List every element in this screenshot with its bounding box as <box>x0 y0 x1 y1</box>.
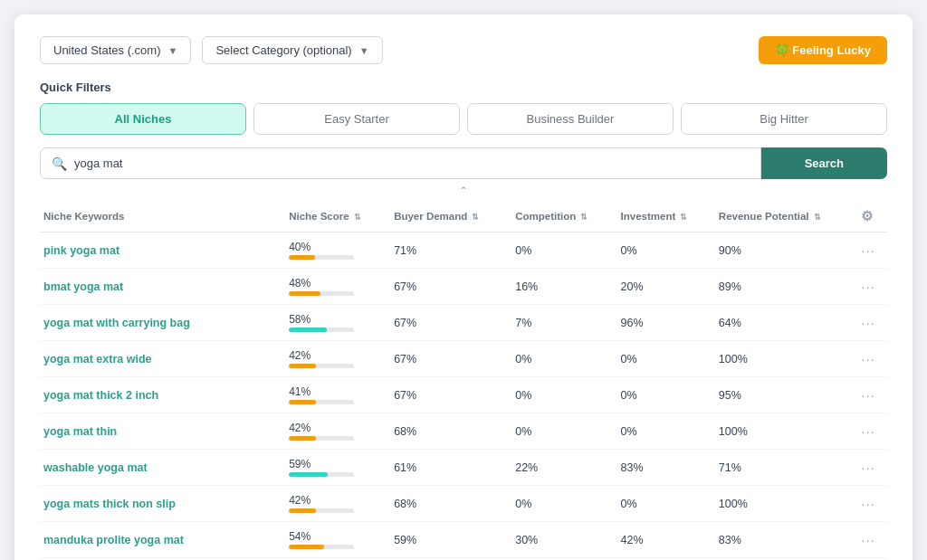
row-actions-button[interactable]: ··· <box>861 387 875 403</box>
gear-icon[interactable]: ⚙ <box>861 208 873 223</box>
niche-score-value: 40% <box>289 241 311 253</box>
feeling-lucky-button[interactable]: 🍀 Feeling Lucky <box>759 36 887 64</box>
keyword-link[interactable]: manduka prolite yoga mat <box>43 534 184 546</box>
investment-cell: 0% <box>616 233 713 269</box>
category-chevron-icon: ▼ <box>359 45 369 56</box>
investment-cell: 0% <box>616 413 713 450</box>
filter-tab-business-builder[interactable]: Business Builder <box>467 103 674 135</box>
revenue-cell: 89% <box>713 269 855 305</box>
col-config: ⚙ <box>855 201 887 233</box>
category-dropdown[interactable]: Select Category (optional) ▼ <box>202 36 382 64</box>
niche-score-cell: 42% <box>283 486 388 522</box>
keyword-link[interactable]: yoga mat extra wide <box>43 353 152 365</box>
niche-score-cell: 42% <box>283 413 388 450</box>
investment-cell: 20% <box>616 269 713 305</box>
niche-score-bar-fill <box>289 364 316 368</box>
row-actions-button[interactable]: ··· <box>861 242 875 258</box>
keyword-link[interactable]: washable yoga mat <box>43 461 148 474</box>
col-competition: Competition ⇅ <box>510 201 615 233</box>
row-actions-button[interactable]: ··· <box>861 351 875 366</box>
revenue-cell: 100% <box>713 486 855 522</box>
niche-score-bar <box>289 508 354 513</box>
row-actions-button[interactable]: ··· <box>861 279 875 294</box>
quick-filters-label: Quick Filters <box>40 81 887 94</box>
niche-score-value: 59% <box>289 458 311 470</box>
keyword-cell: yoga mat thin <box>40 413 283 450</box>
buyer-demand-cell: 67% <box>388 269 510 305</box>
keyword-link[interactable]: pink yoga mat <box>43 244 119 257</box>
sort-revenue-icon[interactable]: ⇅ <box>814 213 821 222</box>
niche-score-bar-fill <box>289 255 315 260</box>
revenue-cell: 83% <box>713 522 855 558</box>
col-buyer-demand: Buyer Demand ⇅ <box>388 201 510 233</box>
keyword-link[interactable]: bmat yoga mat <box>43 280 123 293</box>
niche-score-bar-fill <box>289 472 327 477</box>
competition-cell: 16% <box>510 269 615 305</box>
row-actions-button[interactable]: ··· <box>861 315 875 330</box>
row-actions-button[interactable]: ··· <box>861 532 875 547</box>
investment-cell: 0% <box>616 486 713 522</box>
keyword-cell: washable yoga mat <box>40 450 283 486</box>
niche-score-bar <box>289 255 354 260</box>
keyword-cell: yoga mat with carrying bag <box>40 305 283 341</box>
keyword-link[interactable]: yoga mat thick 2 inch <box>43 389 158 402</box>
search-input[interactable] <box>74 148 750 178</box>
table-row: yoga mat with carrying bag58%67%7%96%64%… <box>40 305 887 341</box>
collapse-icon[interactable]: ⌃ <box>40 185 887 197</box>
niche-score-bar <box>289 400 354 404</box>
keyword-cell: yoga mat extra wide <box>40 341 283 377</box>
region-dropdown[interactable]: United States (.com) ▼ <box>40 36 191 64</box>
niche-score-bar-fill <box>289 436 316 441</box>
table-row: bmat yoga mat48%67%16%20%89%··· <box>40 269 887 305</box>
niche-score-value: 48% <box>289 277 311 289</box>
search-button[interactable]: Search <box>761 147 887 179</box>
competition-cell: 0% <box>510 341 615 377</box>
niche-score-value: 58% <box>289 313 311 326</box>
competition-cell: 30% <box>510 522 615 558</box>
sort-niche-score-icon[interactable]: ⇅ <box>354 213 361 222</box>
sort-buyer-demand-icon[interactable]: ⇅ <box>472 213 479 222</box>
row-actions-button[interactable]: ··· <box>861 460 875 475</box>
revenue-cell: 100% <box>713 413 855 450</box>
revenue-cell: 95% <box>713 377 855 413</box>
niche-score-bar <box>289 327 354 332</box>
filter-tab-big-hitter[interactable]: Big Hitter <box>681 103 887 135</box>
sort-investment-icon[interactable]: ⇅ <box>680 213 687 222</box>
row-actions-cell: ··· <box>855 522 887 558</box>
competition-cell: 0% <box>510 377 615 413</box>
row-actions-cell: ··· <box>855 486 887 522</box>
row-actions-button[interactable]: ··· <box>861 423 875 439</box>
row-actions-cell: ··· <box>855 413 887 450</box>
niche-score-bar <box>289 436 354 441</box>
row-actions-button[interactable]: ··· <box>861 496 875 511</box>
competition-cell: 0% <box>510 413 615 450</box>
keyword-link[interactable]: yoga mat thin <box>43 425 117 438</box>
keyword-link[interactable]: yoga mat with carrying bag <box>43 317 190 329</box>
main-container: United States (.com) ▼ Select Category (… <box>14 14 913 560</box>
competition-cell: 22% <box>510 450 615 486</box>
revenue-cell: 90% <box>713 233 855 269</box>
row-actions-cell: ··· <box>855 450 887 486</box>
niche-score-bar-fill <box>289 508 316 513</box>
col-revenue: Revenue Potential ⇅ <box>713 201 855 233</box>
search-input-wrap: 🔍 <box>40 147 761 179</box>
header-left: United States (.com) ▼ Select Category (… <box>40 36 383 64</box>
filter-tab-all-niches[interactable]: All Niches <box>40 103 246 135</box>
niche-score-cell: 42% <box>283 341 388 377</box>
table-row: yoga mat extra wide42%67%0%0%100%··· <box>40 341 887 377</box>
search-icon: 🔍 <box>52 157 67 171</box>
filter-tab-easy-starter[interactable]: Easy Starter <box>253 103 460 135</box>
buyer-demand-cell: 68% <box>388 486 510 522</box>
competition-cell: 0% <box>510 233 615 269</box>
niche-score-bar-fill <box>289 400 316 404</box>
niche-score-value: 42% <box>289 494 311 507</box>
sort-competition-icon[interactable]: ⇅ <box>580 213 588 222</box>
keyword-link[interactable]: yoga mats thick non slip <box>43 498 176 510</box>
col-keyword: Niche Keywords <box>40 201 283 233</box>
niche-score-cell: 59% <box>283 450 388 486</box>
investment-cell: 96% <box>616 305 713 341</box>
niche-score-cell: 41% <box>283 377 388 413</box>
category-label: Select Category (optional) <box>215 43 351 57</box>
table-row: pink yoga mat40%71%0%0%90%··· <box>40 233 887 269</box>
investment-cell: 83% <box>616 450 713 486</box>
